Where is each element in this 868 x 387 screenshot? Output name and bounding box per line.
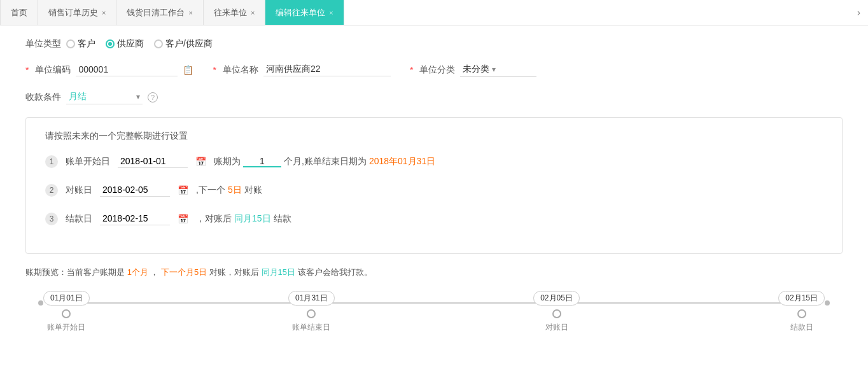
preview-suffix: 该客户会给我打款。 [298,267,372,277]
unit-code-group: * 单位编码 📋 [25,63,193,76]
timeline-node-2: 02月05日 对账日 [533,291,580,333]
period-desc-3: ，对账后 同月15日 结款 [196,213,291,225]
close-icon[interactable]: × [251,9,255,17]
payment-row: 收款条件 月结 ▾ ? [25,90,843,104]
timeline-end-dot [825,300,830,306]
unit-category-value: 未分类 [463,64,489,75]
timeline-label-2: 对账日 [545,322,568,333]
tab-bar: 首页 销售订单历史 × 钱货日清工作台 × 往来单位 × 编辑往来单位 × › [0,0,868,25]
radio-circle-supplier [106,39,115,48]
period-payment-date-input[interactable] [100,212,170,225]
unit-type-row: 单位类型 客户 供应商 客户/供应商 [25,38,843,50]
period-desc-1: 账期为 个月,账单结束日期为 2018年01月31日 [214,156,435,167]
payment-label: 收款条件 [25,92,61,103]
timeline-label-0: 账单开始日 [47,322,85,333]
preview-sep1: ， [150,267,158,277]
calendar-icon-1[interactable]: 📅 [195,157,206,167]
preview-text: 账期预览：当前客户账期是 1个月 ， 下一个月5日 对账，对账后 同月15日 该… [25,267,843,278]
unit-code-input[interactable] [76,63,178,76]
period-num-1: 1 [45,155,58,168]
period-label-start: 账单开始日 [66,156,110,167]
period-desc-suffix-3: 结款 [274,213,291,225]
calendar-icon-2[interactable]: 📅 [178,185,188,195]
timeline-node-1: 01月31日 账单结束日 [288,291,335,333]
required-star: * [25,65,29,75]
period-box-title: 请按照未来的一个完整帐期进行设置 [45,130,823,142]
period-highlight-payment: 同月15日 [234,213,271,225]
chevron-down-icon: ▾ [492,65,496,74]
unit-type-group: 单位类型 客户 供应商 客户/供应商 [25,38,213,50]
unit-type-label: 单位类型 [25,38,61,50]
period-label-payment: 结款日 [66,213,92,225]
period-desc-2: ,下一个 5日 对账 [196,185,262,196]
timeline-label-1: 账单结束日 [292,322,330,333]
unit-info-row: * 单位编码 📋 * 单位名称 * 单位分类 未分类 ▾ [25,62,843,77]
period-end-date: 2018年01月31日 [369,156,435,167]
radio-customer[interactable]: 客户 [66,38,95,50]
chevron-down-icon-payment: ▾ [136,92,140,101]
tab-sales-order-history[interactable]: 销售订单历史 × [38,0,116,25]
tab-more-button[interactable]: › [850,7,868,18]
period-highlight-reconcile: 5日 [228,185,242,196]
timeline-node-0: 01月01日 账单开始日 [43,291,90,333]
radio-both[interactable]: 客户/供应商 [154,38,213,50]
copy-icon[interactable]: 📋 [183,65,193,75]
tab-home[interactable]: 首页 [0,0,38,25]
timeline-circle-0 [62,309,71,318]
unit-name-group: * 单位名称 [213,63,390,76]
timeline-start-dot [38,300,43,306]
period-label-reconcile: 对账日 [66,185,92,196]
period-reconcile-date-input[interactable] [100,183,170,197]
period-row-1: 1 账单开始日 📅 账期为 个月,账单结束日期为 2018年01月31日 [45,155,823,168]
unit-name-input[interactable] [263,63,391,76]
unit-category-group: * 单位分类 未分类 ▾ [410,62,536,77]
radio-supplier[interactable]: 供应商 [106,38,144,50]
required-star-name: * [213,65,216,75]
radio-circle-customer [66,39,75,48]
calendar-icon-3[interactable]: 📅 [178,214,188,224]
unit-name-label: 单位名称 [223,64,258,76]
radio-group: 客户 供应商 客户/供应商 [66,38,213,50]
period-desc-suffix-1: 个月,账单结束日期为 [284,156,367,167]
payment-group: 收款条件 月结 ▾ ? [25,90,158,104]
unit-category-select[interactable]: 未分类 ▾ [460,62,536,77]
period-row-2: 2 对账日 📅 ,下一个 5日 对账 [45,183,823,197]
preview-prefix: 账期预览：当前客户账期是 [25,267,125,277]
preview-part2: 下一个月5日 [161,267,207,277]
tab-partner-unit[interactable]: 往来单位 × [204,0,265,25]
period-row-3: 3 结款日 📅 ，对账后 同月15日 结款 [45,212,823,225]
timeline-date-2: 02月05日 [533,291,580,306]
period-num-2: 2 [45,184,58,197]
timeline: 01月01日 账单开始日 01月31日 账单结束日 02月05日 对账日 02月… [25,291,843,333]
close-icon[interactable]: × [102,9,106,17]
preview-part1: 1个月 [127,267,148,277]
tab-daily-clear[interactable]: 钱货日清工作台 × [116,0,203,25]
timeline-label-3: 结款日 [790,322,813,333]
period-num-3: 3 [45,213,58,225]
month-input[interactable] [243,156,281,167]
payment-value: 月结 [69,91,134,102]
timeline-node-3: 02月15日 结款日 [778,291,825,333]
timeline-date-3: 02月15日 [778,291,825,306]
preview-sep2: 对账，对账后 [209,267,259,277]
timeline-circle-2 [552,309,561,318]
period-desc-prefix-3: ，对账后 [196,213,232,225]
unit-code-label: 单位编码 [35,64,71,76]
close-icon[interactable]: × [329,9,333,17]
timeline-date-1: 01月31日 [288,291,335,306]
payment-select[interactable]: 月结 ▾ [66,90,143,104]
preview-part3: 同月15日 [262,267,295,277]
help-icon[interactable]: ? [148,92,158,102]
radio-circle-both [154,39,163,48]
unit-category-label: 单位分类 [419,64,455,76]
required-star-cat: * [410,65,413,75]
main-content: 单位类型 客户 供应商 客户/供应商 * 单位编码 [0,25,868,387]
period-desc-prefix-2: ,下一个 [196,185,225,196]
period-desc-suffix-2: 对账 [244,185,262,196]
period-start-date-input[interactable] [118,155,188,168]
timeline-date-0: 01月01日 [43,291,90,306]
timeline-nodes: 01月01日 账单开始日 01月31日 账单结束日 02月05日 对账日 02月… [43,291,825,333]
tab-edit-partner-unit[interactable]: 编辑往来单位 × [265,0,344,25]
period-desc-prefix-1: 账期为 [214,156,241,167]
close-icon[interactable]: × [188,9,192,17]
